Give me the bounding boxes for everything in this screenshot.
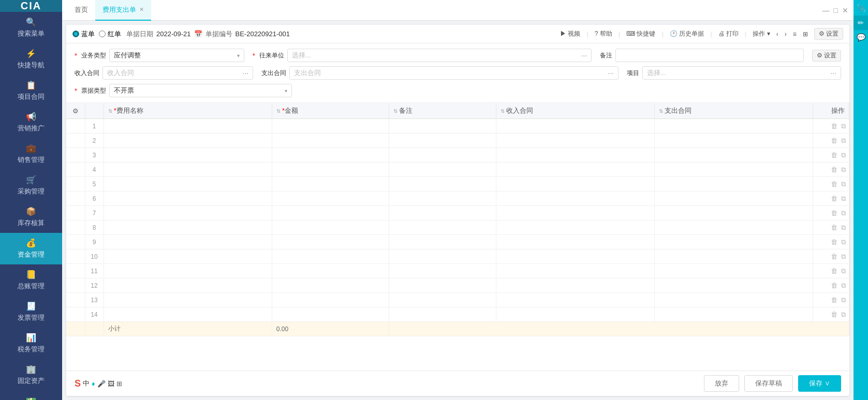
sidebar-item-quicknav[interactable]: ⚡ 快捷导航 bbox=[0, 43, 62, 75]
row-expense-contract[interactable] bbox=[654, 148, 813, 162]
toolbar-nav-next[interactable]: › bbox=[785, 31, 787, 38]
radio-red-input[interactable] bbox=[99, 31, 106, 37]
row-amount[interactable] bbox=[272, 177, 389, 191]
sidebar-item-ledger[interactable]: 📒 总账管理 bbox=[0, 264, 62, 296]
row-copy-icon[interactable]: ⧉ bbox=[841, 224, 846, 231]
row-fee-name[interactable] bbox=[104, 307, 272, 322]
row-copy-icon[interactable]: ⧉ bbox=[841, 166, 846, 173]
row-expense-contract[interactable] bbox=[654, 206, 813, 220]
row-amount[interactable] bbox=[272, 235, 389, 249]
sidebar-item-salary[interactable]: 💵 工资 bbox=[0, 391, 62, 400]
row-copy-icon[interactable]: ⧉ bbox=[841, 296, 846, 304]
row-amount[interactable] bbox=[272, 307, 389, 322]
business-type-input[interactable]: 应付调整 ▾ bbox=[109, 49, 244, 62]
row-delete-icon[interactable]: 🗑 bbox=[831, 282, 837, 289]
row-expense-contract[interactable] bbox=[654, 119, 813, 134]
gear-icon[interactable]: ⚙ bbox=[72, 107, 79, 115]
toolbar-print-btn[interactable]: 🖨 打印 bbox=[718, 29, 739, 38]
row-copy-icon[interactable]: ⧉ bbox=[841, 253, 846, 260]
row-delete-icon[interactable]: 🗑 bbox=[831, 310, 837, 318]
row-fee-name[interactable] bbox=[104, 162, 272, 177]
toolbar-view-list[interactable]: ≡ bbox=[793, 31, 797, 38]
toolbar-nav-prev[interactable]: ‹ bbox=[776, 31, 778, 38]
row-copy-icon[interactable]: ⧉ bbox=[841, 151, 846, 159]
row-amount[interactable] bbox=[272, 249, 389, 264]
row-expense-contract[interactable] bbox=[654, 191, 813, 206]
row-income-contract[interactable] bbox=[496, 220, 654, 235]
row-income-contract[interactable] bbox=[496, 249, 654, 264]
row-remark[interactable] bbox=[389, 278, 496, 293]
row-copy-icon[interactable]: ⧉ bbox=[841, 122, 846, 130]
row-income-contract[interactable] bbox=[496, 278, 654, 293]
row-income-contract[interactable] bbox=[496, 177, 654, 191]
row-copy-icon[interactable]: ⧉ bbox=[841, 282, 846, 289]
row-fee-name[interactable] bbox=[104, 134, 272, 148]
row-amount[interactable] bbox=[272, 206, 389, 220]
maximize-icon[interactable]: □ bbox=[834, 6, 838, 14]
sidebar-item-finance[interactable]: 💰 资金管理 bbox=[0, 233, 62, 264]
row-fee-name[interactable] bbox=[104, 235, 272, 249]
row-income-contract[interactable] bbox=[496, 148, 654, 162]
sidebar-item-marketing[interactable]: 📢 营销推广 bbox=[0, 107, 62, 138]
calendar-icon[interactable]: 📅 bbox=[194, 30, 202, 38]
row-amount[interactable] bbox=[272, 264, 389, 278]
row-amount[interactable] bbox=[272, 220, 389, 235]
right-panel-edit-icon[interactable]: ✏ bbox=[854, 16, 868, 30]
row-delete-icon[interactable]: 🗑 bbox=[831, 180, 837, 188]
row-remark[interactable] bbox=[389, 293, 496, 307]
row-delete-icon[interactable]: 🗑 bbox=[831, 137, 837, 144]
row-delete-icon[interactable]: 🗑 bbox=[831, 253, 837, 260]
row-expense-contract[interactable] bbox=[654, 264, 813, 278]
row-income-contract[interactable] bbox=[496, 162, 654, 177]
row-fee-name[interactable] bbox=[104, 249, 272, 264]
row-delete-icon[interactable]: 🗑 bbox=[831, 209, 837, 217]
row-remark[interactable] bbox=[389, 191, 496, 206]
row-copy-icon[interactable]: ⧉ bbox=[841, 195, 846, 202]
row-remark[interactable] bbox=[389, 134, 496, 148]
row-fee-name[interactable] bbox=[104, 220, 272, 235]
col-income-contract[interactable]: ⇅ 收入合同 bbox=[496, 103, 654, 119]
row-remark[interactable] bbox=[389, 119, 496, 134]
row-copy-icon[interactable]: ⧉ bbox=[841, 180, 846, 188]
date-value[interactable]: 2022-09-21 bbox=[156, 30, 191, 38]
row-amount[interactable] bbox=[272, 134, 389, 148]
row-fee-name[interactable] bbox=[104, 148, 272, 162]
row-income-contract[interactable] bbox=[496, 235, 654, 249]
toolbar-shortcut-btn[interactable]: ⌨ 快捷键 bbox=[626, 29, 655, 38]
row-remark[interactable] bbox=[389, 307, 496, 322]
discard-button[interactable]: 放弃 bbox=[704, 375, 739, 392]
row-income-contract[interactable] bbox=[496, 264, 654, 278]
row-expense-contract[interactable] bbox=[654, 177, 813, 191]
row-delete-icon[interactable]: 🗑 bbox=[831, 166, 837, 173]
radio-red-label[interactable]: 红单 bbox=[99, 29, 121, 39]
row-delete-icon[interactable]: 🗑 bbox=[831, 122, 837, 130]
row-expense-contract[interactable] bbox=[654, 249, 813, 264]
row-income-contract[interactable] bbox=[496, 307, 654, 322]
row-fee-name[interactable] bbox=[104, 278, 272, 293]
toolbar-video-btn[interactable]: ▶ 视频 bbox=[560, 29, 580, 38]
field-settings-button[interactable]: ⚙ 设置 bbox=[812, 50, 841, 62]
sidebar-item-inventory[interactable]: 📦 库存核算 bbox=[0, 201, 62, 233]
row-copy-icon[interactable]: ⧉ bbox=[841, 310, 846, 318]
save-draft-button[interactable]: 保存草稿 bbox=[744, 375, 793, 392]
row-expense-contract[interactable] bbox=[654, 134, 813, 148]
row-fee-name[interactable] bbox=[104, 293, 272, 307]
tab-expense[interactable]: 费用支出单 ✕ bbox=[95, 0, 151, 21]
col-remark[interactable]: ⇅ 备注 bbox=[389, 103, 496, 119]
toolbar-view-grid[interactable]: ⊞ bbox=[803, 31, 808, 38]
sidebar-item-search[interactable]: 🔍 搜索菜单 bbox=[0, 12, 62, 43]
row-remark[interactable] bbox=[389, 206, 496, 220]
row-income-contract[interactable] bbox=[496, 134, 654, 148]
row-expense-contract[interactable] bbox=[654, 162, 813, 177]
row-remark[interactable] bbox=[389, 177, 496, 191]
income-contract-input[interactable]: 收入合同 ··· bbox=[102, 66, 253, 80]
row-copy-icon[interactable]: ⧉ bbox=[841, 209, 846, 217]
row-amount[interactable] bbox=[272, 293, 389, 307]
row-fee-name[interactable] bbox=[104, 177, 272, 191]
sidebar-item-invoice[interactable]: 🧾 发票管理 bbox=[0, 296, 62, 328]
row-amount[interactable] bbox=[272, 191, 389, 206]
sidebar-item-tax[interactable]: 📊 税务管理 bbox=[0, 328, 62, 359]
col-expense-contract[interactable]: ⇅ 支出合同 bbox=[654, 103, 813, 119]
invoice-type-input[interactable]: 不开票 ▾ bbox=[109, 84, 292, 97]
col-fee-name[interactable]: ⇅ *费用名称 bbox=[104, 103, 272, 119]
